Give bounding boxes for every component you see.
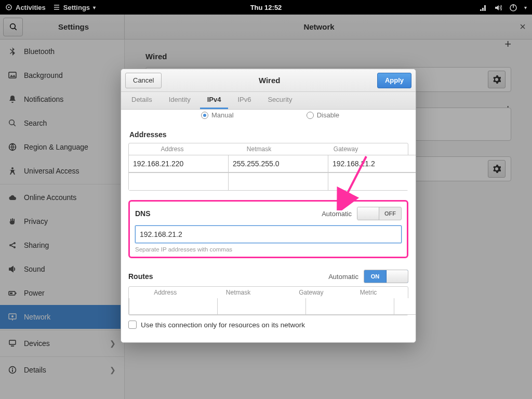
col-gateway: Gateway	[302, 143, 389, 155]
address-input[interactable]	[129, 155, 228, 172]
apply-button[interactable]: Apply	[377, 73, 411, 88]
settings-icon	[53, 4, 60, 11]
col-address: Address	[129, 287, 202, 298]
dialog-body: Manual Disable Addresses Address Netmask…	[121, 110, 416, 342]
tab-identity[interactable]: Identity	[162, 91, 198, 109]
only-resources-row[interactable]: Use this connection only for resources o…	[128, 321, 408, 329]
checkbox[interactable]	[128, 321, 137, 329]
activities-label: Activities	[16, 4, 46, 11]
system-tray[interactable]: ▾	[479, 4, 527, 11]
switch-knob	[386, 270, 408, 283]
dns-automatic-label: Automatic	[322, 210, 352, 218]
col-netmask: Netmask	[202, 287, 274, 298]
gateway-input[interactable]	[328, 172, 416, 190]
radio-icon	[201, 112, 208, 119]
dns-label: DNS	[135, 209, 322, 218]
cancel-label: Cancel	[133, 76, 154, 84]
app-menu[interactable]: Settings ▾	[53, 4, 96, 11]
col-netmask: Netmask	[216, 143, 302, 155]
tab-ipv6[interactable]: IPv6	[230, 91, 258, 109]
routes-automatic-switch[interactable]: ON	[364, 270, 408, 283]
cancel-button[interactable]: Cancel	[125, 73, 162, 88]
activities-button[interactable]: Activities	[5, 4, 46, 11]
svg-point-20	[8, 7, 10, 8]
route-row-empty	[129, 298, 408, 315]
tab-security[interactable]: Security	[260, 91, 299, 109]
address-row	[129, 155, 408, 172]
routes-automatic-label: Automatic	[328, 273, 358, 281]
routes-header: Routes Automatic ON	[128, 270, 408, 283]
route-netmask-input[interactable]	[217, 298, 305, 315]
netmask-input[interactable]	[228, 155, 328, 172]
gnome-top-bar: Activities Settings ▾ Thu 12:52 ▾	[0, 0, 532, 15]
radio-label: Manual	[211, 111, 234, 119]
route-gateway-input[interactable]	[305, 298, 394, 315]
address-row-empty	[129, 172, 408, 190]
clock[interactable]: Thu 12:52	[250, 4, 282, 11]
col-metric: Metric	[348, 287, 389, 298]
chevron-down-icon: ▾	[93, 5, 96, 10]
only-resources-label: Use this connection only for resources o…	[141, 321, 305, 329]
volume-icon	[494, 4, 502, 11]
connection-editor-dialog: Cancel Wired Apply Details Identity IPv4…	[121, 69, 416, 343]
switch-text: ON	[364, 273, 386, 280]
power-icon	[509, 4, 517, 11]
dns-automatic-switch[interactable]: OFF	[357, 207, 402, 220]
dns-hint: Separate IP addresses with commas	[135, 246, 402, 252]
col-address: Address	[129, 143, 216, 155]
activities-icon	[5, 4, 12, 11]
routes-table: Address Netmask Gateway Metric	[128, 286, 408, 315]
network-indicator-icon	[479, 4, 487, 11]
radio-manual[interactable]: Manual	[201, 111, 234, 119]
dns-servers-input[interactable]	[135, 225, 402, 243]
apply-label: Apply	[385, 76, 404, 84]
gateway-input[interactable]	[328, 155, 416, 172]
chevron-down-icon: ▾	[524, 5, 527, 10]
route-address-input[interactable]	[129, 298, 217, 315]
dialog-header: Cancel Wired Apply	[121, 69, 416, 92]
radio-label: Disable	[317, 111, 339, 119]
tab-ipv4[interactable]: IPv4	[200, 91, 229, 109]
route-metric-input[interactable]	[394, 298, 416, 315]
routes-label: Routes	[128, 272, 328, 281]
addresses-table: Address Netmask Gateway	[128, 143, 408, 191]
addresses-label: Addresses	[129, 130, 408, 139]
netmask-input[interactable]	[228, 172, 328, 190]
radio-disable[interactable]: Disable	[307, 111, 339, 119]
dialog-title: Wired	[162, 76, 377, 85]
address-input[interactable]	[129, 172, 228, 190]
switch-knob	[357, 207, 379, 220]
dns-section: DNS Automatic OFF Separate IP addresses …	[128, 200, 408, 258]
col-gateway: Gateway	[275, 287, 348, 298]
ipv4-method-row: Manual Disable	[128, 110, 408, 119]
tab-details[interactable]: Details	[124, 91, 159, 109]
app-menu-label: Settings	[63, 4, 90, 11]
dialog-tabs: Details Identity IPv4 IPv6 Security	[121, 92, 416, 110]
radio-icon	[307, 112, 314, 119]
switch-text: OFF	[379, 210, 401, 217]
